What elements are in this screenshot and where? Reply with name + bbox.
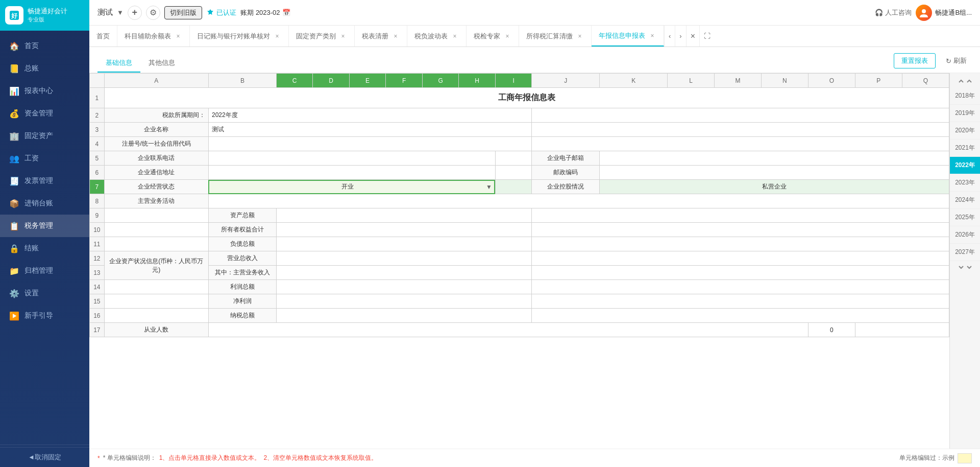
sub-tab-other[interactable]: 其他信息 xyxy=(140,54,183,73)
cell-3-B[interactable]: 测试 xyxy=(208,123,531,137)
year-2021[interactable]: 2021年 xyxy=(950,139,980,157)
cell-10-C[interactable] xyxy=(276,223,532,237)
cell-17-B[interactable] xyxy=(208,323,808,337)
cell-7-B[interactable]: 开业 ▼ xyxy=(208,180,495,194)
cell-17-P[interactable] xyxy=(855,323,949,337)
cell-14-J[interactable] xyxy=(532,280,949,294)
col-header-L[interactable]: L xyxy=(668,74,715,88)
sidebar-item-tax[interactable]: 📋 税务管理 xyxy=(0,215,89,237)
cell-11-A[interactable] xyxy=(104,237,208,251)
year-nav-up[interactable] xyxy=(950,75,980,87)
col-header-J[interactable]: J xyxy=(532,74,600,88)
cell-5-B[interactable] xyxy=(208,151,495,166)
tab-journal[interactable]: 日记账与银行对账单核对 × xyxy=(190,26,289,46)
tab-income-tax-close[interactable]: × xyxy=(576,32,584,40)
sidebar-item-guide[interactable]: ▶️ 新手引导 xyxy=(0,305,89,327)
sidebar-item-ledger[interactable]: 📒 总账 xyxy=(0,57,89,80)
col-header-O[interactable]: O xyxy=(808,74,855,88)
year-nav-down[interactable] xyxy=(950,261,980,273)
cell-16-C[interactable] xyxy=(276,309,532,323)
col-header-N[interactable]: N xyxy=(761,74,808,88)
cell-10-J[interactable] xyxy=(532,223,949,237)
cell-8-B[interactable] xyxy=(208,194,949,208)
cell-2-A[interactable]: 税款所属期间： xyxy=(104,108,208,123)
sidebar-item-asset[interactable]: 🏢 固定资产 xyxy=(0,125,89,147)
cell-15-J[interactable] xyxy=(532,294,949,309)
cell-9-C[interactable] xyxy=(276,208,532,223)
tab-tax-table-close[interactable]: × xyxy=(391,32,400,40)
col-header-E[interactable]: E xyxy=(349,74,386,88)
sidebar-item-fund[interactable]: 💰 资金管理 xyxy=(0,102,89,125)
spreadsheet-main[interactable]: A B C D E F G H I J K L M xyxy=(89,73,949,449)
cell-title[interactable]: 工商年报信息表 xyxy=(104,88,949,108)
cell-15-A[interactable] xyxy=(104,294,208,309)
tab-tax-fluctuation-close[interactable]: × xyxy=(451,32,459,40)
year-2019[interactable]: 2019年 xyxy=(950,105,980,122)
col-header-Q[interactable]: Q xyxy=(902,74,949,88)
col-header-F[interactable]: F xyxy=(386,74,423,88)
year-2027[interactable]: 2027年 xyxy=(950,244,980,261)
cell-15-C[interactable] xyxy=(276,294,532,309)
tab-aux-close[interactable]: × xyxy=(174,32,182,40)
cell-6-K[interactable] xyxy=(600,166,949,180)
tab-next-btn[interactable]: › xyxy=(675,26,685,46)
cell-7-I[interactable] xyxy=(495,180,532,194)
col-header-A[interactable]: A xyxy=(104,74,208,88)
tab-tax-inspection[interactable]: 税检专家 × xyxy=(467,26,519,46)
col-header-G[interactable]: G xyxy=(422,74,459,88)
cell-14-C[interactable] xyxy=(276,280,532,294)
cell-6-I[interactable] xyxy=(495,166,532,180)
cell-5-K[interactable] xyxy=(600,151,949,166)
year-2022[interactable]: 2022年 xyxy=(950,157,980,174)
col-header-M[interactable]: M xyxy=(715,74,762,88)
topbar-service[interactable]: 🎧 人工咨询 xyxy=(875,8,912,17)
sidebar-collapse-btn[interactable]: ◄取消固定 xyxy=(0,447,89,467)
cell-7-K[interactable]: 私营企业 xyxy=(600,180,949,194)
year-2025[interactable]: 2025年 xyxy=(950,209,980,226)
col-header-H[interactable]: H xyxy=(459,74,496,88)
topbar-switch-btn[interactable]: 切到旧版 xyxy=(164,6,202,19)
sidebar-item-stock[interactable]: 📦 进销台账 xyxy=(0,192,89,215)
tab-fixed-asset-type[interactable]: 固定资产类别 × xyxy=(289,26,355,46)
col-header-P[interactable]: P xyxy=(855,74,902,88)
reset-report-btn[interactable]: 重置报表 xyxy=(894,53,936,68)
tab-tax-fluctuation[interactable]: 税负波动表 × xyxy=(407,26,467,46)
topbar-user[interactable]: 畅捷通B组... xyxy=(916,5,972,21)
cell-11-J[interactable] xyxy=(532,237,949,251)
tab-tax-table[interactable]: 税表清册 × xyxy=(355,26,407,46)
cell-12-J[interactable] xyxy=(532,251,949,266)
tab-expand-btn[interactable]: ⛶ xyxy=(699,26,715,46)
cell-16-A[interactable] xyxy=(104,309,208,323)
sub-tab-basic[interactable]: 基础信息 xyxy=(97,54,140,73)
refresh-btn[interactable]: ↻ 刷新 xyxy=(941,54,972,68)
cell-10-A[interactable] xyxy=(104,223,208,237)
sidebar-item-archive[interactable]: 📁 归档管理 xyxy=(0,260,89,282)
sidebar-item-home[interactable]: 🏠 首页 xyxy=(0,35,89,57)
cell-6-B[interactable] xyxy=(208,166,495,180)
cell-4-J[interactable] xyxy=(532,137,949,151)
col-header-I[interactable]: I xyxy=(495,74,532,88)
cell-13-C[interactable] xyxy=(276,266,532,280)
cell-12-C[interactable] xyxy=(276,251,532,266)
cell-16-J[interactable] xyxy=(532,309,949,323)
year-2018[interactable]: 2018年 xyxy=(950,87,980,105)
tab-fixed-asset-type-close[interactable]: × xyxy=(339,32,347,40)
sidebar-item-settings[interactable]: ⚙️ 设置 xyxy=(0,282,89,305)
tab-journal-close[interactable]: × xyxy=(273,32,281,40)
cell-2-J[interactable] xyxy=(532,108,949,123)
cell-3-J[interactable] xyxy=(532,123,949,137)
cell-9-A[interactable] xyxy=(104,208,208,223)
tab-annual-report-close[interactable]: × xyxy=(648,32,656,40)
calendar-icon[interactable]: 📅 xyxy=(282,9,290,16)
tab-income-tax[interactable]: 所得税汇算清缴 × xyxy=(519,26,592,46)
cell-13-J[interactable] xyxy=(532,266,949,280)
tab-close-all-btn[interactable]: × xyxy=(686,26,699,46)
cell-11-C[interactable] xyxy=(276,237,532,251)
topbar-settings-btn[interactable]: ⚙ xyxy=(146,6,160,20)
cell-5-I[interactable] xyxy=(495,151,532,166)
cell-9-J[interactable] xyxy=(532,208,949,223)
cell-14-A[interactable] xyxy=(104,280,208,294)
col-header-K[interactable]: K xyxy=(600,74,668,88)
sidebar-item-closing[interactable]: 🔒 结账 xyxy=(0,237,89,260)
col-header-C[interactable]: C xyxy=(276,74,313,88)
